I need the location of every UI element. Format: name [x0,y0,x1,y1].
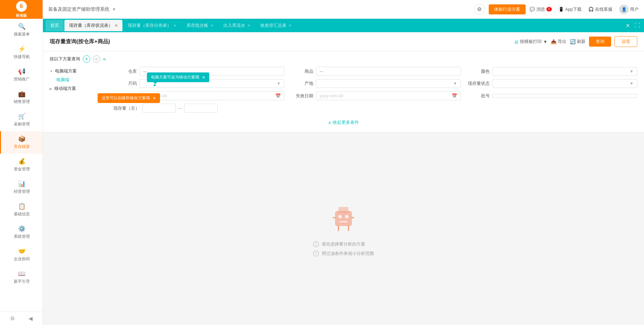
expire-date-input[interactable]: yyyy-mm-dd 📅 [316,91,461,100]
export-button[interactable]: 📤 导出 [551,39,567,45]
tab-inventory-status[interactable]: 现存量（库存状况表） ✕ [64,20,122,31]
sidebar-item-quick-label: 快捷导航 [14,54,30,60]
sidebar-nav: 🔍 搜索菜单 ⚡ 快捷导航 📢 营销推广 💼 销售管理 🛒 采购管理 📦 库存核… [0,19,43,312]
collapse-icon: ∧ [328,120,331,125]
system-icon: ⚙️ [18,225,25,232]
tab-close-all-button[interactable]: ✕ [624,21,631,30]
user-menu[interactable]: 👤 用户 [619,5,639,14]
sidebar-item-inventory[interactable]: 📦 库存核算 [0,131,43,154]
enterprise-icon: 🤝 [18,248,25,255]
sidebar-item-system[interactable]: ⚙️ 系统管理 [0,221,43,243]
sidebar-item-enterprise[interactable]: 🤝 企业协同 [0,243,43,266]
sidebar-item-operations-label: 经营管理 [14,189,30,195]
form-item-expire-date: 失效日期 yyyy-mm-dd 📅 [290,91,461,100]
sidebar-item-sales[interactable]: 💼 销售管理 [0,86,43,109]
warehouse-dots: ··· [143,69,147,74]
filter-back-button[interactable]: « [103,56,106,62]
range-dash: — [178,106,182,111]
tab-in-out[interactable]: 出入库流水 ✕ [219,20,255,31]
sidebar-item-inventory-label: 库存核算 [14,144,30,150]
tab-collect-summary-close[interactable]: ✕ [288,23,291,28]
search-button[interactable]: 查询 [589,37,611,47]
batch-input[interactable] [492,94,637,98]
form-item-goods: 商品 ··· [290,67,461,76]
tab-bar: 首页 现存量（库存状况表） ✕ 现存量（库存分布表） ✕ 库存批次账 ✕ 出入库… [43,19,644,32]
empty-dot-1: 1 [313,241,319,247]
basic-icon: 📋 [18,203,25,210]
collapse-bar[interactable]: ∧ 收起更多条件 [50,117,637,128]
goods-select[interactable]: ··· [316,67,461,76]
desktop-scheme-item[interactable]: ▼ 电脑端方案 [50,67,107,75]
empty-text-area: 1 请先选择要分析的方案 2 用过滤条件来缩小分析范围 [313,241,374,257]
sidebar-item-operations[interactable]: 📊 经营管理 [0,176,43,199]
tab-inventory-dist-label: 现存量（库存分布表） [128,22,171,29]
svg-point-2 [338,215,342,218]
filter-copy-button[interactable]: ⊙ [93,55,100,63]
stock-amount-max[interactable] [184,104,218,113]
print-button[interactable]: 🖨 按模板打印 ▼ [514,39,547,45]
produce-date-input[interactable]: yyyy-mm-dd 📅 [140,91,284,100]
stock-amount-min[interactable] [142,104,176,113]
print-dropdown-arrow: ▼ [543,39,547,44]
goods-dots: ··· [320,69,323,74]
reset-button[interactable]: 设置 [614,36,637,47]
inventory-icon: 📦 [18,135,25,143]
empty-state: 1 请先选择要分析的方案 2 用过滤条件来缩小分析范围 [43,132,644,325]
sidebar-item-guide-label: 新手引导 [14,279,30,284]
sidebar-item-purchase[interactable]: 🛒 采购管理 [0,109,43,131]
app-download-button[interactable]: 📱 App下载 [558,6,582,12]
tab-inventory-dist-close[interactable]: ✕ [173,23,176,28]
tab-maximize-button[interactable]: ⛶ [633,21,641,30]
origin-label: 产地 [290,80,313,87]
collapse-sidebar-button[interactable]: ◀ [29,315,33,322]
logo-label: 标准版 [16,13,27,18]
tab-collect-summary-label: 收发存汇总表 [260,22,286,29]
tab-in-out-close[interactable]: ✕ [247,23,250,28]
top-header: 装备及固定资产辅助管理系统 ▼ ⚙ 体验行业方案 💬 消息 6 📱 App下载 … [43,0,644,19]
svg-rect-4 [339,221,347,222]
stock-status-arrow: ▼ [630,81,634,86]
desktop-scheme-label: 电脑端方案 [55,68,77,74]
refresh-button[interactable]: 🔄 刷新 [570,39,586,45]
tooltip-orange-close[interactable]: ✕ [153,96,156,101]
tab-collect-summary[interactable]: 收发存汇总表 ✕ [256,20,296,31]
filter-add-button[interactable]: + [83,55,90,63]
tab-batch-ledger-close[interactable]: ✕ [210,23,213,28]
sidebar-item-purchase-label: 采购管理 [14,121,30,127]
messages-button[interactable]: 💬 消息 6 [530,6,552,12]
search-icon: 🔍 [18,23,25,30]
sidebar-item-marketing[interactable]: 📢 营销推广 [0,64,43,86]
stock-status-select[interactable]: ▼ [492,79,637,88]
warehouse-label: 仓库 [113,68,137,74]
tab-inventory-dist[interactable]: 现存量（库存分布表） ✕ [123,20,181,31]
settings-button[interactable]: ⚙ [10,315,15,322]
empty-dot-2: 2 [313,251,319,257]
message-badge: 6 [546,7,552,11]
operations-icon: 📊 [18,180,25,187]
online-support-button[interactable]: 🎧 在线客服 [588,6,612,12]
tab-batch-ledger[interactable]: 库存批次账 ✕ [182,20,218,31]
tooltip-green-text: 电脑方案可设为移动方案哦 [151,74,199,80]
desktop-scheme-child[interactable]: 电脑端 [56,75,107,84]
expire-date-calendar-icon: 📅 [452,93,457,98]
sidebar-item-guide[interactable]: 📖 新手引导 [0,266,43,288]
tab-inventory-status-close[interactable]: ✕ [115,23,118,28]
color-select[interactable]: ▼ [492,67,637,76]
form-row-4: 现存量（主） — [113,104,637,113]
origin-select[interactable]: ▼ [316,79,461,88]
sidebar-item-search[interactable]: 🔍 搜索菜单 [0,19,43,41]
batch-label: 批号 [466,93,490,99]
form-item-batch: 批号 [466,91,637,100]
tooltip-orange-bubble: 这里可以创建和修改方案哦 ✕ [98,93,160,103]
sidebar-item-quick[interactable]: ⚡ 快捷导航 [0,41,43,64]
industry-button[interactable]: 体验行业方案 [489,4,526,14]
sidebar-item-finance[interactable]: 💰 资金管理 [0,154,43,176]
empty-step-1-text: 请先选择要分析的方案 [322,241,365,247]
mobile-scheme-item[interactable]: ▶ 移动端方案 [50,84,107,93]
sidebar-item-basic[interactable]: 📋 基础信息 [0,199,43,221]
gear-button[interactable]: ⚙ [474,4,485,15]
tab-home[interactable]: 首页 [46,20,64,31]
stock-amount-range: — [142,104,284,113]
tooltip-green-close[interactable]: ✕ [202,75,205,80]
stock-amount-label: 现存量（主） [113,105,140,111]
